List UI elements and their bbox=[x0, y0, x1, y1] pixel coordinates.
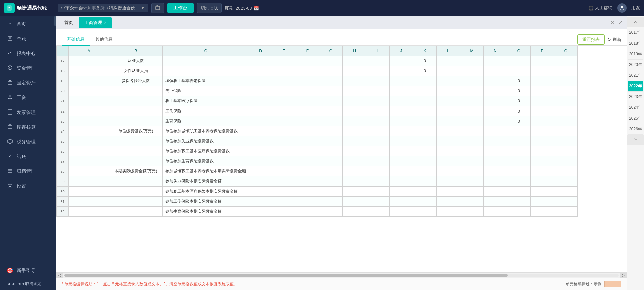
period-value: 2023-03 bbox=[236, 6, 252, 11]
archive-button[interactable] bbox=[151, 3, 164, 13]
company-selector[interactable]: 中审众环会计师事务所（特殊普通合伙... ▼ bbox=[58, 4, 148, 12]
header-right: 🎧 人工咨询 用友 bbox=[588, 3, 640, 13]
company-name: 中审众环会计师事务所（特殊普通合伙... bbox=[61, 5, 139, 11]
logo-area: 畅捷通易代账 bbox=[4, 3, 54, 13]
switch-old-button[interactable]: 切到旧版 bbox=[197, 3, 222, 13]
calendar-icon[interactable]: 📅 bbox=[254, 6, 259, 11]
period-label: 账期 bbox=[225, 5, 234, 11]
svg-rect-0 bbox=[156, 6, 160, 10]
workbench-button[interactable]: 工作台 bbox=[167, 3, 194, 13]
user-name[interactable]: 用友 bbox=[631, 5, 640, 11]
svg-point-1 bbox=[621, 6, 623, 8]
headset-icon: 🎧 bbox=[588, 6, 594, 11]
app-title: 畅捷通易代账 bbox=[17, 5, 47, 11]
ai-consult-label[interactable]: 🎧 人工咨询 bbox=[588, 5, 612, 11]
period-area: 账期 2023-03 📅 bbox=[225, 5, 259, 11]
dropdown-arrow-icon: ▼ bbox=[141, 6, 145, 10]
app-header: 畅捷通易代账 中审众环会计师事务所（特殊普通合伙... ▼ 工作台 切到旧版 账… bbox=[0, 0, 644, 16]
logo-icon bbox=[4, 3, 15, 13]
user-avatar[interactable] bbox=[617, 3, 627, 13]
